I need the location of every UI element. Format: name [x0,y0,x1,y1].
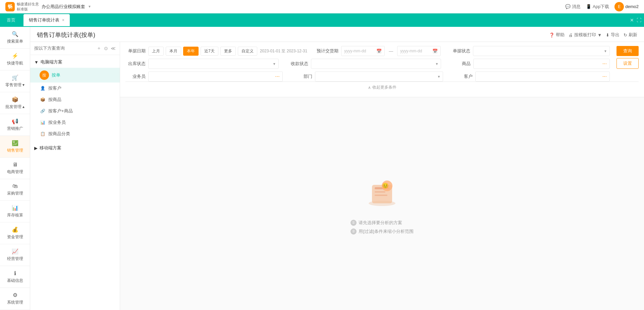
shipping-select[interactable] [148,59,279,69]
customer-label: 客户 [452,73,473,80]
sidebar-item-marketing[interactable]: 📢 营销推广 [0,114,30,136]
sidebar-item-management[interactable]: 📈 经营管理 [0,244,30,266]
scheme-item-by-salesperson[interactable]: 📊 按业务员 [30,117,120,128]
department-label: 部门 [292,73,312,80]
date-label: 单据日期 [125,48,146,54]
content-area: 销售订单统计表(按单) ❓ 帮助 🖨 按模板打印 ▼ ⬇ 导出 ↻ 刷新 [30,27,644,310]
placeholder-text: yyyy-mm-dd [344,49,366,53]
message-button[interactable]: 💬 消息 [565,4,581,10]
main-layout: 🔍 搜索菜单 ⚡ 快捷导航 🛒 零售管理 ▾ 📦 批发管理 ▴ 📢 营销推广 💹… [0,27,644,310]
empty-tip-1: ① 请先选择要分析的方案 [351,220,413,226]
svg-rect-4 [375,195,387,196]
shortcuts-icon: ⚡ [12,53,18,59]
customer-input[interactable]: ··· [475,71,610,82]
app-title: 办公用品行业模拟账套 [42,4,85,10]
sidebar-item-system[interactable]: ⚙ 系统管理 [0,288,30,310]
payment-select[interactable] [311,59,441,69]
query-btn-group: 查询 设置 [616,46,639,69]
window-close-icon[interactable]: ✕ [630,17,634,23]
sidebar-item-inventory[interactable]: 📊 库存核算 [0,201,30,222]
tab-home[interactable]: 首页 [0,13,22,27]
marketing-icon: 📢 [12,118,18,124]
svg-rect-3 [375,191,385,193]
collapse-panel-button[interactable]: ≪ [111,46,116,51]
sidebar-item-search[interactable]: 🔍 搜索菜单 [0,27,30,49]
app-download-button[interactable]: 📱 App下载 [586,4,609,10]
date-button-group: 上月 本月 本年 近7天 更多 自定义 [148,47,257,56]
product-label: 商品 [450,61,471,67]
export-button[interactable]: ⬇ 导出 [606,32,620,38]
top-bar-right: 💬 消息 📱 App下载 E demo2 [565,2,639,11]
sidebar-item-finance[interactable]: 💰 资金管理 [0,222,30,244]
customer-more-icon: ··· [602,73,607,80]
left-panel-header: 按以下方案查询 ＋ ⊙ ≪ [30,42,120,55]
search-icon: 🔍 [12,31,18,37]
scheme-item-by-customer[interactable]: 👤 按客户 [30,83,120,94]
print-icon: 🖨 [569,33,573,38]
sidebar-item-shortcuts[interactable]: ⚡ 快捷导航 [0,49,30,70]
tab-close-button[interactable]: × [62,18,64,22]
status-select[interactable] [473,46,610,56]
empty-illustration: 😊 [362,173,402,214]
date-btn-7days[interactable]: 近7天 [201,47,218,56]
empty-tips: ① 请先选择要分析的方案 ② 用[过滤]条件来缩小分析范围 [351,220,413,235]
sales-icon: 💹 [12,140,18,146]
left-panel-actions: ＋ ⊙ ≪ [97,45,116,51]
scheme-custprod-icon: 🔗 [40,108,46,114]
sidebar-item-purchase[interactable]: 🛍 采购管理 [0,179,30,201]
sidebar-item-sales[interactable]: 💹 销售管理 [0,136,30,158]
scheme-active-icon: 按 [40,70,49,80]
date-btn-custom[interactable]: 自定义 [238,47,257,56]
page-header: 销售订单统计表(按单) ❓ 帮助 🖨 按模板打印 ▼ ⬇ 导出 ↻ 刷新 [30,27,644,42]
app-dropdown-arrow[interactable]: ▼ [88,5,91,8]
management-icon: 📈 [12,248,18,255]
user-profile[interactable]: E demo2 [614,2,639,11]
calendar-icon-2: 📅 [432,49,438,54]
system-icon: ⚙ [13,292,17,298]
ecommerce-icon: 🖥 [12,162,18,168]
avatar: E [614,2,624,11]
scheme-item-by-category[interactable]: 📋 按商品分类 [30,128,120,140]
salesperson-label: 业务员 [125,73,146,80]
print-button[interactable]: 🖨 按模板打印 ▼ [569,32,602,38]
scheme-item-by-customer-product[interactable]: 🔗 按客户+商品 [30,105,120,117]
setting-button[interactable]: 设置 [616,58,639,69]
scheme-group-header-mobile[interactable]: ▶ 移动端方案 [30,142,120,154]
tab-sales-order[interactable]: 销售订单统计表 × [23,14,70,26]
add-scheme-button[interactable]: ＋ [97,45,101,51]
refresh-button[interactable]: ↻ 刷新 [624,32,637,38]
logo-text: 畅捷通好生意 标准版 [17,2,39,11]
left-panel: 按以下方案查询 ＋ ⊙ ≪ ▼ 电脑端方案 按 按单 [30,42,120,310]
sidebar-item-basic[interactable]: ℹ 基础信息 [0,266,30,288]
salesperson-input[interactable]: ··· [148,71,283,82]
finance-icon: 💰 [12,226,18,233]
print-dropdown-icon: ▼ [597,33,602,38]
scheme-sales-icon: 📊 [40,119,46,125]
purchase-icon: 🛍 [12,183,18,189]
help-button[interactable]: ❓ 帮助 [549,32,565,38]
scheme-item-by-product[interactable]: 📦 按商品 [30,94,120,105]
date-btn-last-month[interactable]: 上月 [148,47,164,56]
window-maximize-icon[interactable]: ⛶ [637,17,641,23]
department-select[interactable] [315,71,443,82]
logo-box: 畅 畅捷通好生意 标准版 [5,2,39,11]
calendar-icon-1: 📅 [376,49,382,54]
date-btn-this-month[interactable]: 本月 [166,47,181,56]
date-btn-this-year[interactable]: 本年 [183,47,199,56]
salesperson-more-icon: ··· [275,73,279,80]
expected-date-end[interactable]: yyyy-mm-dd 📅 [397,46,441,56]
scheme-group-header-desktop[interactable]: ▼ 电脑端方案 [30,56,120,68]
top-bar-left: 畅 畅捷通好生意 标准版 办公用品行业模拟账套 ▼ [5,2,91,11]
date-btn-more[interactable]: 更多 [220,47,236,56]
collapse-bar[interactable]: ∧ 收起更多条件 [125,82,639,93]
product-input[interactable]: ··· [473,59,610,69]
sidebar-item-retail[interactable]: 🛒 零售管理 ▾ [0,70,30,92]
settings-scheme-button[interactable]: ⊙ [104,46,108,51]
page-title: 销售订单统计表(按单) [37,31,95,39]
sidebar-item-wholesale[interactable]: 📦 批发管理 ▴ [0,92,30,114]
sidebar-item-ecommerce[interactable]: 🖥 电商管理 [0,158,30,179]
query-button[interactable]: 查询 [616,46,639,56]
scheme-category-icon: 📋 [40,131,46,137]
scheme-item-by-order[interactable]: 按 按单 [30,68,120,83]
expected-date-start[interactable]: yyyy-mm-dd 📅 [341,46,385,56]
